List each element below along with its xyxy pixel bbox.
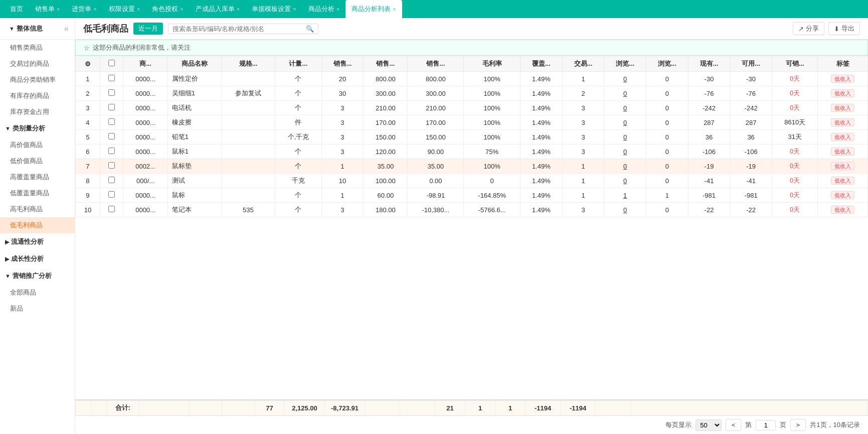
th-sellable[interactable]: 可销...: [772, 56, 818, 72]
nav-product-analysis-close[interactable]: ×: [336, 6, 339, 12]
date-filter-button[interactable]: 近一月: [133, 23, 163, 35]
sidebar-group-circulation[interactable]: ▶ 流通性分析: [0, 233, 75, 250]
th-current-stock[interactable]: 现有...: [688, 56, 730, 72]
row-views1[interactable]: 0: [604, 86, 646, 101]
sidebar-group-category[interactable]: ▼ 类别量分析: [0, 120, 75, 137]
sidebar-collapse-btn[interactable]: «: [62, 22, 71, 35]
nav-product-analysis-list[interactable]: 商品分析列表 ×: [345, 0, 402, 18]
row-views1[interactable]: 0: [604, 101, 646, 115]
sidebar-item-traded-products[interactable]: 交易过的商品: [0, 56, 75, 72]
row-name[interactable]: 鼠标: [167, 188, 221, 203]
nav-purchase-close[interactable]: ×: [93, 6, 96, 12]
row-checkbox[interactable]: [100, 86, 123, 101]
sidebar-group-marketing[interactable]: ▼ 营销推广分析: [0, 267, 75, 284]
th-spec[interactable]: 规格...: [221, 56, 275, 72]
th-sales-count[interactable]: 销售...: [321, 56, 364, 72]
export-button[interactable]: ⬇ 导出: [828, 22, 860, 35]
content-header: 低毛利商品 近一月 🔍 ↗ 分享 ⬇ 导出: [75, 18, 868, 40]
nav-product-entry-close[interactable]: ×: [237, 6, 240, 12]
row-name[interactable]: 电话机: [167, 101, 221, 115]
th-views1[interactable]: 浏览...: [604, 56, 646, 72]
row-views1[interactable]: 0: [604, 159, 646, 174]
sidebar-group-overall[interactable]: ▼ 整体信息: [4, 20, 48, 37]
th-views2[interactable]: 浏览...: [646, 56, 688, 72]
sidebar-item-category-rate[interactable]: 商品分类助销率: [0, 72, 75, 88]
prev-page-button[interactable]: ＜: [726, 419, 741, 431]
th-available[interactable]: 可用...: [730, 56, 772, 72]
row-current-stock: -106: [688, 144, 730, 159]
row-checkbox[interactable]: [100, 130, 123, 144]
row-checkbox[interactable]: [100, 115, 123, 130]
row-name[interactable]: 鼠标垫: [167, 159, 221, 174]
row-name[interactable]: 测试: [167, 174, 221, 188]
search-input[interactable]: [172, 25, 306, 33]
row-views1[interactable]: 0: [604, 72, 646, 86]
select-all-checkbox[interactable]: [108, 60, 115, 66]
sidebar-item-all-products[interactable]: 全部商品: [0, 284, 75, 301]
nav-permissions-close[interactable]: ×: [137, 6, 140, 12]
row-name[interactable]: 鼠标1: [167, 144, 221, 159]
row-checkbox[interactable]: [100, 203, 123, 217]
th-sales-profit[interactable]: 销售...: [408, 56, 464, 72]
th-tag[interactable]: 标签: [818, 56, 868, 72]
nav-permissions[interactable]: 权限设置 ×: [103, 0, 146, 18]
sidebar-item-inventory-capital[interactable]: 库存资金占用: [0, 104, 75, 120]
nav-roles[interactable]: 角色授权 ×: [146, 0, 189, 18]
row-name[interactable]: 橡皮擦: [167, 115, 221, 130]
nav-purchase[interactable]: 进货单 ×: [66, 0, 102, 18]
nav-roles-close[interactable]: ×: [180, 6, 183, 12]
row-checkbox[interactable]: [100, 101, 123, 115]
total-views2: 1: [495, 401, 526, 415]
sidebar-item-low-coverage[interactable]: 低覆盖量商品: [0, 185, 75, 201]
sidebar-item-high-coverage[interactable]: 高覆盖量商品: [0, 169, 75, 185]
sidebar-item-new-products[interactable]: 新品: [0, 301, 75, 317]
th-checkbox[interactable]: [100, 56, 123, 72]
row-checkbox[interactable]: [100, 144, 123, 159]
nav-product-analysis-list-close[interactable]: ×: [393, 6, 396, 12]
sidebar-group-growth[interactable]: ▶ 成长性分析: [0, 250, 75, 267]
nav-sales-close[interactable]: ×: [57, 6, 60, 12]
page-size-select[interactable]: 50 100 200: [696, 419, 722, 431]
row-views1[interactable]: 0: [604, 130, 646, 144]
notice-icon: ☆: [84, 44, 90, 52]
sidebar-item-low-value[interactable]: 低价值商品: [0, 153, 75, 169]
sidebar-item-high-value[interactable]: 高价值商品: [0, 137, 75, 153]
nav-template-close[interactable]: ×: [293, 6, 296, 12]
sidebar-item-low-margin[interactable]: 低毛利商品: [0, 217, 75, 233]
th-coverage[interactable]: 覆盖...: [520, 56, 563, 72]
nav-product-analysis[interactable]: 商品分析 ×: [302, 0, 345, 18]
next-page-button[interactable]: ＞: [790, 419, 806, 431]
row-checkbox[interactable]: [100, 174, 123, 188]
nav-template[interactable]: 单据模板设置 ×: [246, 0, 302, 18]
th-code[interactable]: 商...: [123, 56, 167, 72]
sidebar-item-high-margin[interactable]: 高毛利商品: [0, 201, 75, 217]
row-views1[interactable]: 0: [604, 115, 646, 130]
row-name[interactable]: 铅笔1: [167, 130, 221, 144]
page-number-input[interactable]: [756, 420, 776, 430]
row-checkbox[interactable]: [100, 159, 123, 174]
row-name[interactable]: 吴细细1: [167, 86, 221, 101]
row-name[interactable]: 笔记本: [167, 203, 221, 217]
sidebar-item-sales-products[interactable]: 销售类商品: [0, 40, 75, 56]
row-name[interactable]: 属性定价: [167, 72, 221, 86]
row-checkbox[interactable]: [100, 188, 123, 203]
th-name[interactable]: 商品名称: [167, 56, 221, 72]
row-sales-price: 180.00: [364, 203, 408, 217]
row-sales-price: 170.00: [364, 115, 408, 130]
row-views1[interactable]: 0: [604, 203, 646, 217]
th-unit[interactable]: 计量...: [275, 56, 322, 72]
sidebar-item-stocked-products[interactable]: 有库存的商品: [0, 88, 75, 104]
row-views1[interactable]: 0: [604, 144, 646, 159]
row-views1[interactable]: 0: [604, 174, 646, 188]
th-gross-margin[interactable]: 毛利率: [464, 56, 520, 72]
nav-product-entry[interactable]: 产成品入库单 ×: [190, 0, 246, 18]
th-sales-price[interactable]: 销售...: [364, 56, 408, 72]
row-checkbox[interactable]: [100, 72, 123, 86]
search-icon[interactable]: 🔍: [306, 25, 314, 33]
nav-sales[interactable]: 销售单 ×: [29, 0, 66, 18]
row-views1[interactable]: 1: [604, 188, 646, 203]
th-settings[interactable]: ⚙: [76, 56, 100, 72]
th-transaction[interactable]: 交易...: [562, 56, 604, 72]
share-button[interactable]: ↗ 分享: [793, 22, 824, 35]
nav-home[interactable]: 首页: [4, 0, 29, 18]
